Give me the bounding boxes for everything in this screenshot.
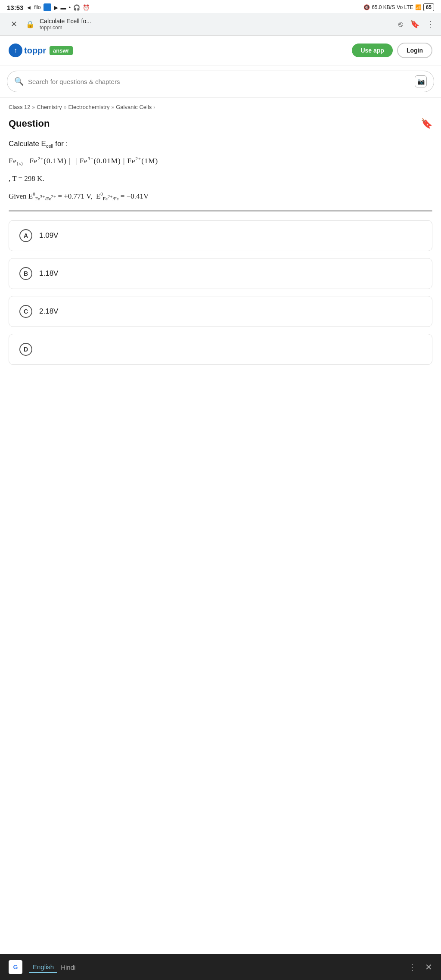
url-area[interactable]: Calculate Ecell fo... toppr.com — [40, 18, 393, 31]
breadcrumb-chemistry[interactable]: Chemistry — [37, 104, 62, 110]
browser-action-buttons: ⎋ 🔖 ⋮ — [398, 19, 434, 29]
bottom-spacer — [9, 365, 432, 408]
breadcrumb-sep-3: » — [112, 104, 115, 110]
breadcrumb-sep-2: » — [64, 104, 67, 110]
youtube-icon: ▶ — [54, 4, 58, 11]
search-box[interactable]: 🔍 📷 — [7, 71, 434, 92]
question-cell-notation: Fe(s) | Fe2+(0.1M) | | Fe3+(0.01M) | Fe2… — [9, 155, 432, 168]
media-icon: ▬ — [61, 4, 66, 11]
toppr-logo-area: ↑ toppr answr — [9, 44, 73, 57]
hindi-language-button[interactable]: Hindi — [57, 962, 79, 973]
signal-bars: 📶 — [415, 4, 422, 10]
option-a-label: A — [19, 229, 32, 242]
use-app-button[interactable]: Use app — [352, 44, 392, 57]
question-temp: , T = 298 K. — [9, 172, 432, 186]
status-time: 13:53 — [7, 4, 23, 11]
dot-sep: • — [69, 4, 71, 11]
option-c-card[interactable]: C 2.18V — [9, 296, 432, 327]
header-buttons: Use app Login — [352, 43, 432, 58]
alarm-icon: ⏰ — [83, 4, 90, 11]
toppr-logo: ↑ toppr — [9, 44, 46, 57]
question-bookmark-icon[interactable]: 🔖 — [421, 118, 432, 129]
search-container: 🔍 📷 — [0, 65, 441, 98]
question-header: Question 🔖 — [9, 118, 432, 129]
bottom-close-button[interactable]: ✕ — [425, 962, 432, 972]
google-translate-icon: G — [9, 960, 22, 974]
english-language-button[interactable]: English — [29, 961, 57, 973]
page-title: Calculate Ecell fo... — [40, 18, 393, 25]
option-b-card[interactable]: B 1.18V — [9, 258, 432, 289]
option-b-label: B — [19, 267, 32, 280]
bottom-bar-right: ⋮ ✕ — [408, 962, 432, 972]
breadcrumb-electrochemistry[interactable]: Electrochemistry — [68, 104, 109, 110]
question-body: Calculate Ecell for : Fe(s) | Fe2+(0.1M)… — [9, 138, 432, 203]
search-input[interactable] — [28, 78, 410, 85]
lock-icon: 🔒 — [26, 20, 34, 28]
option-b-value: 1.18V — [39, 269, 58, 278]
option-c-value: 2.18V — [39, 307, 58, 316]
breadcrumb: Class 12 » Chemistry » Electrochemistry … — [0, 98, 441, 114]
breadcrumb-class12[interactable]: Class 12 — [9, 104, 31, 110]
bottom-more-button[interactable]: ⋮ — [408, 962, 416, 972]
breadcrumb-galvanic[interactable]: Galvanic Cells — [116, 104, 152, 110]
navigation-icon: ◄ — [26, 4, 31, 11]
share-button[interactable]: ⎋ — [398, 20, 403, 29]
answr-badge: answr — [50, 46, 73, 55]
camera-icon[interactable]: 📷 — [415, 75, 427, 87]
browser-toolbar: ✕ 🔒 Calculate Ecell fo... toppr.com ⎋ 🔖 … — [0, 13, 441, 36]
main-content: ↑ toppr answr Use app Login 🔍 📷 Class 12… — [0, 36, 441, 417]
bookmark-button[interactable]: 🔖 — [410, 19, 419, 29]
network-name: filo — [34, 4, 40, 10]
options-container: A 1.09V B 1.18V C 2.18V D — [9, 220, 432, 365]
option-a-card[interactable]: A 1.09V — [9, 220, 432, 251]
headphone-icon: 🎧 — [73, 4, 80, 11]
option-c-label: C — [19, 305, 32, 318]
option-d-label: D — [19, 343, 32, 356]
breadcrumb-sep-4: › — [153, 104, 155, 110]
browser-close-button[interactable]: ✕ — [7, 17, 21, 31]
status-bar: 13:53 ◄ filo ▶ ▬ • 🎧 ⏰ 🔇 65.0 KB/S Vo LT… — [0, 0, 441, 13]
toppr-arrow-icon: ↑ — [9, 44, 22, 57]
battery-level: 65 — [423, 3, 434, 11]
toppr-text: toppr — [24, 46, 46, 56]
option-a-value: 1.09V — [39, 231, 58, 240]
filo-icon — [43, 3, 51, 11]
toppr-header: ↑ toppr answr Use app Login — [0, 36, 441, 65]
breadcrumb-sep-1: » — [32, 104, 35, 110]
question-section-title: Question — [9, 118, 50, 129]
question-intro: Calculate Ecell for : — [9, 138, 432, 150]
speed-label: 65.0 KB/S — [372, 4, 395, 10]
mute-icon: 🔇 — [363, 4, 370, 10]
domain-label: toppr.com — [40, 25, 393, 31]
more-button[interactable]: ⋮ — [426, 19, 434, 29]
bottom-language-bar: G English Hindi ⋮ ✕ — [0, 954, 441, 980]
question-given: Given E0Fe3+/Fe2+ = +0.771 V, E0Fe2+/Fe … — [9, 190, 432, 203]
question-section: Question 🔖 Calculate Ecell for : Fe(s) |… — [0, 114, 441, 417]
question-divider — [9, 210, 432, 212]
option-d-card[interactable]: D — [9, 334, 432, 365]
search-icon: 🔍 — [14, 77, 24, 86]
login-button[interactable]: Login — [397, 43, 432, 58]
lte-label: Vo LTE — [397, 4, 413, 10]
